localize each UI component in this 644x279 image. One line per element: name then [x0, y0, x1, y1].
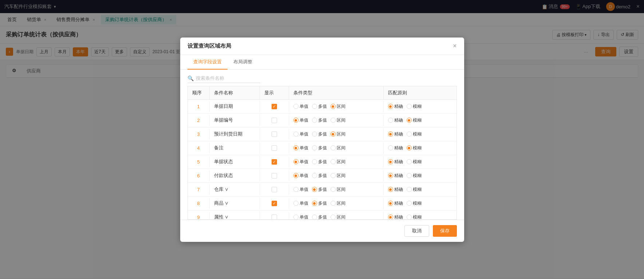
row-6-single[interactable]: 单值 — [293, 173, 308, 179]
row-1-order: 1 — [188, 101, 210, 112]
row-4-range[interactable]: 区间 — [331, 145, 345, 151]
row-9-range[interactable]: 区间 — [331, 214, 345, 220]
row-2-multi[interactable]: 多值 — [312, 117, 327, 123]
row-6-fuzzy[interactable]: 模糊 — [407, 173, 422, 179]
row-4-multi[interactable]: 多值 — [312, 145, 327, 151]
row-4-display[interactable] — [260, 143, 289, 153]
row-8-checkbox[interactable] — [272, 201, 277, 206]
row-1-exact[interactable]: 精确 — [388, 103, 403, 110]
row-4-single[interactable]: 单值 — [293, 145, 308, 151]
row-1-range[interactable]: 区间 — [331, 103, 345, 110]
row-3-single[interactable]: 单值 — [293, 131, 308, 137]
row-2-checkbox[interactable] — [272, 118, 277, 123]
row-8-multi[interactable]: 多值 — [312, 200, 327, 207]
row-6-display[interactable] — [260, 170, 289, 181]
search-input[interactable] — [196, 75, 260, 81]
row-6-name: 付款状态 — [210, 170, 260, 181]
row-6-range[interactable]: 区间 — [331, 173, 345, 179]
row-2-exact[interactable]: 精确 — [388, 117, 403, 123]
cancel-button[interactable]: 取消 — [404, 225, 429, 237]
row-2-range[interactable]: 区间 — [331, 117, 345, 123]
row-1-fuzzy[interactable]: 模糊 — [407, 103, 422, 110]
row-7-display[interactable] — [260, 184, 289, 195]
row-5-checkbox[interactable] — [272, 159, 277, 165]
row-2-fuzzy[interactable]: 模糊 — [407, 117, 422, 123]
row-8-single[interactable]: 单值 — [293, 200, 308, 207]
row-7-exact-radio — [388, 187, 393, 192]
save-button[interactable]: 保存 — [433, 225, 457, 237]
row-5-range[interactable]: 区间 — [331, 159, 345, 165]
row-8-exact[interactable]: 精确 — [388, 200, 403, 207]
row-5-multi[interactable]: 多值 — [312, 159, 327, 165]
row-3-display[interactable] — [260, 129, 289, 140]
row-4-range-radio — [331, 145, 336, 150]
row-6-checkbox[interactable] — [272, 173, 277, 178]
search-icon: 🔍 — [187, 75, 194, 81]
row-8-range[interactable]: 区间 — [331, 200, 345, 207]
row-7-fuzzy[interactable]: 模糊 — [407, 186, 422, 193]
row-9-fuzzy[interactable]: 模糊 — [407, 214, 422, 220]
row-3-range[interactable]: 区间 — [331, 131, 345, 137]
row-7-single-radio — [293, 187, 299, 192]
config-table-header: 顺序 条件名称 显示 条件类型 匹配原则 — [187, 86, 457, 99]
row-3-order: 3 — [188, 129, 210, 140]
row-6-multi-radio — [312, 173, 317, 178]
row-7-single[interactable]: 单值 — [293, 186, 308, 193]
row-3-multi-radio — [312, 131, 317, 137]
modal-close-button[interactable]: × — [453, 43, 457, 49]
row-6-multi[interactable]: 多值 — [312, 173, 327, 179]
row-2-single[interactable]: 单值 — [293, 117, 308, 123]
row-6-exact[interactable]: 精确 — [388, 173, 403, 179]
row-3-multi[interactable]: 多值 — [312, 131, 327, 137]
row-4-exact[interactable]: 精确 — [388, 145, 403, 151]
tab-layout-adjust[interactable]: 布局调整 — [228, 55, 258, 70]
row-9-name: 属性 ∨ — [210, 211, 260, 220]
row-9-single-radio — [293, 215, 299, 220]
row-7-exact[interactable]: 精确 — [388, 186, 403, 193]
row-8-match: 精确 模糊 — [384, 198, 457, 209]
row-9-exact[interactable]: 精确 — [388, 214, 403, 220]
row-9-match: 精确 模糊 — [384, 212, 457, 220]
row-9-display[interactable] — [260, 212, 289, 220]
tab-query-fields[interactable]: 查询字段设置 — [187, 55, 228, 70]
row-2-display[interactable] — [260, 115, 289, 126]
row-9-multi[interactable]: 多值 — [312, 214, 327, 220]
row-5-single[interactable]: 单值 — [293, 159, 308, 165]
row-5-fuzzy[interactable]: 模糊 — [407, 159, 422, 165]
row-5-exact[interactable]: 精确 — [388, 159, 403, 165]
row-3-checkbox[interactable] — [272, 131, 277, 137]
table-row: 6 付款状态 单值 — [188, 169, 457, 183]
row-3-single-radio — [293, 131, 299, 137]
row-6-order: 6 — [188, 170, 210, 181]
row-1-checkbox[interactable] — [272, 104, 277, 109]
row-1-multi[interactable]: 多值 — [312, 103, 327, 110]
row-7-order: 7 — [188, 184, 210, 195]
row-5-display[interactable] — [260, 157, 289, 167]
row-7-range[interactable]: 区间 — [331, 186, 345, 193]
row-7-checkbox[interactable] — [272, 187, 277, 192]
row-1-exact-radio — [388, 104, 393, 109]
row-4-checkbox[interactable] — [272, 145, 277, 151]
modal-footer: 取消 保存 — [180, 220, 464, 242]
row-8-fuzzy[interactable]: 模糊 — [407, 200, 422, 207]
row-9-fuzzy-radio — [407, 215, 412, 220]
row-1-multi-radio — [312, 104, 317, 109]
row-8-display[interactable] — [260, 198, 289, 209]
row-3-exact[interactable]: 精确 — [388, 131, 403, 137]
row-1-display[interactable] — [260, 101, 289, 112]
row-4-fuzzy[interactable]: 模糊 — [407, 145, 422, 151]
row-1-single[interactable]: 单值 — [293, 103, 308, 110]
row-9-checkbox[interactable] — [272, 215, 277, 220]
search-input-wrap: 🔍 — [187, 74, 260, 83]
row-4-match: 精确 模糊 — [384, 142, 457, 154]
row-9-condition: 单值 多值 区间 — [289, 212, 384, 220]
row-2-order: 2 — [188, 115, 210, 126]
row-9-single[interactable]: 单值 — [293, 214, 308, 220]
row-8-range-radio — [331, 201, 336, 206]
row-7-multi[interactable]: 多值 — [312, 186, 327, 193]
row-3-fuzzy[interactable]: 模糊 — [407, 131, 422, 137]
row-1-match: 精确 模糊 — [384, 101, 457, 112]
row-1-range-radio — [331, 104, 336, 109]
row-5-multi-radio — [312, 159, 317, 164]
row-4-multi-radio — [312, 145, 317, 150]
